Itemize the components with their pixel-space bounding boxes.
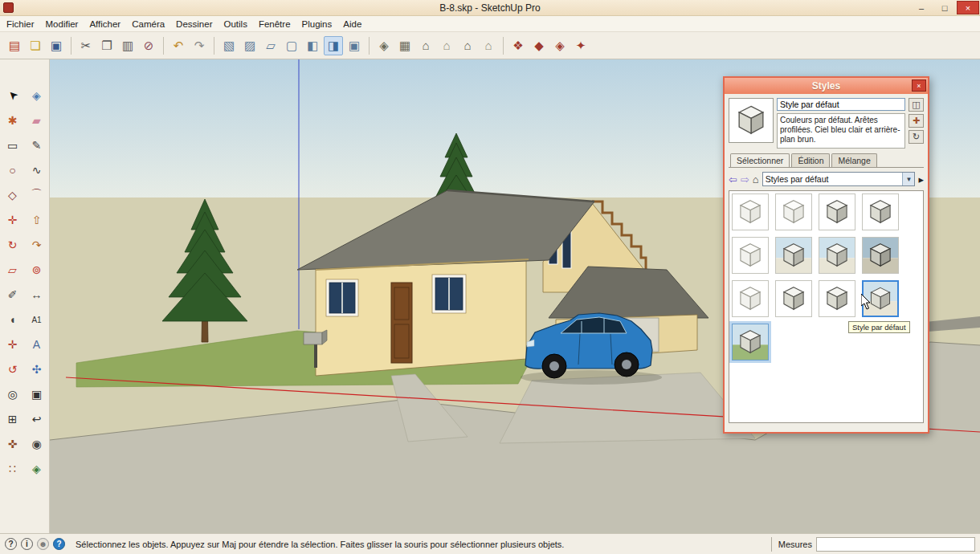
style-thumb-2[interactable] [775,193,812,230]
create-style-button[interactable]: ✚ [909,114,924,128]
shaded-textures-button[interactable]: ◨ [324,36,343,55]
tab-edition[interactable]: Édition [791,153,830,167]
style-thumb-5[interactable] [732,237,769,274]
move-tool[interactable]: ✛ [4,211,22,229]
follow-me-tool[interactable]: ↷ [28,236,46,254]
scale-tool[interactable]: ▱ [4,261,22,279]
tape-measure-tool[interactable]: ✐ [4,286,22,303]
offset-tool[interactable]: ⊚ [28,261,46,279]
shaded-button[interactable]: ◧ [303,36,322,55]
minimize-button[interactable]: – [910,1,933,14]
update-style-button[interactable]: ↻ [909,130,924,144]
section-plane-tool[interactable]: ◈ [28,460,46,478]
orbit-tool[interactable]: ↺ [4,361,22,378]
component-options-button[interactable]: ◆ [529,36,549,55]
arc-tool[interactable]: ⌒ [28,186,46,204]
freehand-tool[interactable]: ∿ [28,161,46,179]
make-component-button[interactable]: ❖ [508,36,528,55]
paint-bucket-tool[interactable]: ✱ [4,112,22,129]
style-thumb-10[interactable] [775,280,812,317]
back-view-button[interactable]: ⌂ [458,36,477,55]
wireframe-button[interactable]: ▱ [261,36,280,55]
style-thumb-7[interactable] [819,237,855,274]
monochrome-button[interactable]: ▣ [345,36,364,55]
menu-outils[interactable]: Outils [224,19,247,29]
style-thumb-3[interactable] [819,193,855,230]
interact-button[interactable]: ✦ [571,36,590,55]
menu-fenetre[interactable]: Fenêtre [259,19,291,29]
details-arrow-icon[interactable]: ▸ [918,174,924,185]
component-attributes-button[interactable]: ◈ [550,36,570,55]
measures-input[interactable] [816,537,975,552]
maximize-button[interactable]: □ [933,1,956,14]
close-button[interactable]: × [957,1,979,14]
back-icon[interactable]: ⇦ [729,174,737,185]
make-component-tool[interactable]: ◈ [28,87,46,104]
in-model-icon[interactable]: ⌂ [753,174,759,185]
menu-dessiner[interactable]: Dessiner [176,19,212,29]
tab-selectionner[interactable]: Sélectionner [730,153,790,167]
show-secondary-pane-button[interactable]: ◫ [909,98,924,112]
back-edges-button[interactable]: ▨ [240,36,259,55]
walk-tool[interactable]: ∷ [4,460,22,478]
redo-button[interactable]: ↷ [190,36,209,55]
zoom-tool[interactable]: ◎ [4,385,22,403]
zoom-previous-tool[interactable]: ↩ [28,410,46,428]
text-tool[interactable]: A1 [28,311,46,328]
menu-modifier[interactable]: Modifier [46,19,79,29]
chevron-down-icon[interactable]: ▼ [902,173,914,185]
undo-button[interactable]: ↶ [169,36,188,55]
copy-button[interactable]: ❐ [97,36,116,55]
select-tool[interactable]: ➤ [4,87,22,104]
text-3d-tool[interactable]: A [28,336,46,353]
iso-view-button[interactable]: ◈ [374,36,394,55]
rotate-tool[interactable]: ↻ [4,236,22,254]
style-thumb-8[interactable] [862,237,899,274]
polygon-tool[interactable]: ◇ [4,186,22,204]
style-thumb-13[interactable] [732,324,769,361]
menu-camera[interactable]: Caméra [132,19,165,29]
menu-aide[interactable]: Aide [343,19,361,29]
front-view-button[interactable]: ⌂ [416,36,435,55]
new-button[interactable]: ▤ [5,36,24,55]
style-thumb-6[interactable] [775,237,812,274]
pan-tool[interactable]: ✣ [28,361,46,378]
dimension-tool[interactable]: ↔ [28,286,46,303]
title-bar[interactable]: B-8.skp - SketchUp Pro – □ × [0,0,980,16]
style-thumb-1[interactable] [732,193,769,230]
style-description[interactable]: Couleurs par défaut. Arêtes profilées. C… [777,113,905,149]
paste-button[interactable]: ▥ [118,36,137,55]
menu-plugins[interactable]: Plugins [302,19,333,29]
top-view-button[interactable]: ▦ [395,36,414,55]
position-camera-tool[interactable]: ✜ [4,435,22,453]
forward-icon[interactable]: ⇨ [741,174,749,185]
circle-tool[interactable]: ○ [4,161,22,179]
styles-collection-dropdown[interactable]: Styles par défaut ▼ [762,172,916,186]
left-view-button[interactable]: ⌂ [479,36,498,55]
look-around-tool[interactable]: ◉ [28,435,46,453]
help-icon[interactable]: ? [53,538,65,550]
style-thumb-4[interactable] [862,193,899,230]
zoom-window-tool[interactable]: ▣ [28,385,46,403]
xray-button[interactable]: ▧ [219,36,239,55]
tab-melange[interactable]: Mélange [831,153,876,167]
menu-fichier[interactable]: Fichier [6,19,35,29]
push-pull-tool[interactable]: ⇧ [28,211,46,229]
right-view-button[interactable]: ⌂ [437,36,456,55]
zoom-extents-tool[interactable]: ⊞ [4,410,22,428]
style-thumb-9[interactable] [732,280,769,317]
rectangle-tool[interactable]: ▭ [4,136,22,154]
hidden-line-button[interactable]: ▢ [282,36,301,55]
geolocation-icon[interactable]: ? [5,538,17,550]
eraser-tool[interactable]: ▰ [28,112,46,129]
protractor-tool[interactable]: ◖ [4,311,22,328]
save-button[interactable]: ▣ [47,36,66,55]
style-thumb-11[interactable] [819,280,855,317]
erase-button[interactable]: ⊘ [139,36,158,55]
cut-button[interactable]: ✂ [76,36,96,55]
styles-panel-header[interactable]: Styles × [725,78,928,94]
styles-close-button[interactable]: × [912,79,926,92]
line-tool[interactable]: ✎ [28,136,46,154]
menu-afficher[interactable]: Afficher [89,19,120,29]
credits-icon[interactable]: i [21,538,33,550]
